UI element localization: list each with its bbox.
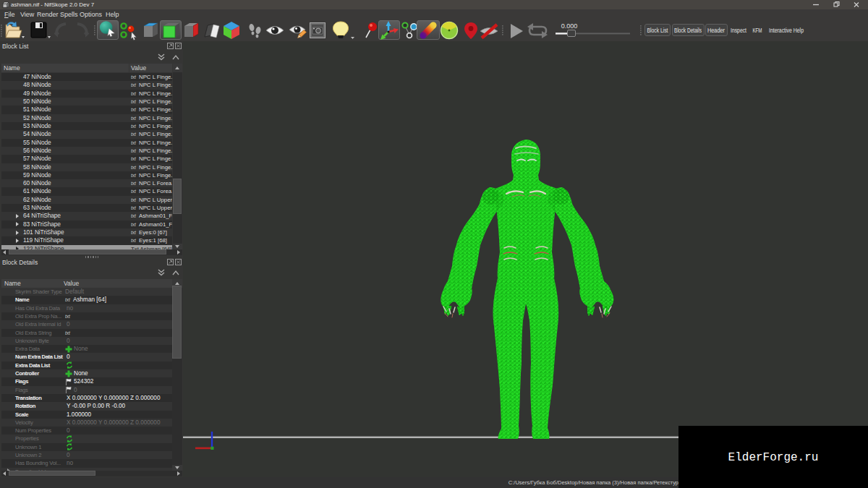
svg-text:txt: txt: [131, 205, 137, 210]
svg-text:Inspect: Inspect: [731, 27, 746, 34]
svg-text:txt: txt: [131, 91, 137, 96]
svg-text:Block Details: Block Details: [674, 27, 702, 34]
svg-text:KFM: KFM: [753, 27, 762, 34]
svg-text:txt: txt: [131, 230, 137, 235]
svg-text:txt: txt: [131, 74, 137, 80]
svg-text:txt: txt: [65, 314, 71, 319]
svg-text:txt: txt: [131, 132, 137, 137]
svg-text:txt: txt: [131, 238, 137, 243]
svg-text:Interactive Help: Interactive Help: [769, 27, 804, 34]
svg-text:txt: txt: [131, 197, 137, 202]
svg-text:txt: txt: [131, 213, 137, 218]
svg-text:txt: txt: [131, 189, 137, 194]
svg-text:Header: Header: [707, 27, 725, 34]
svg-text:txt: txt: [131, 124, 137, 129]
svg-text:txt: txt: [131, 156, 137, 161]
svg-text:txt: txt: [131, 148, 137, 153]
svg-text:txt: txt: [131, 181, 137, 186]
svg-text:txt: txt: [131, 222, 137, 227]
svg-text:Block List: Block List: [647, 27, 668, 34]
svg-text:0.000: 0.000: [561, 22, 578, 30]
svg-text:txt: txt: [131, 116, 137, 121]
svg-text:txt: txt: [65, 297, 71, 302]
svg-text:txt: txt: [131, 99, 137, 104]
svg-text:txt: txt: [131, 140, 137, 145]
svg-text:txt: txt: [131, 165, 137, 170]
svg-text:txt: txt: [65, 330, 71, 335]
svg-text:txt: txt: [131, 173, 137, 178]
svg-text:txt: txt: [131, 82, 137, 87]
svg-text:txt: txt: [131, 107, 137, 112]
